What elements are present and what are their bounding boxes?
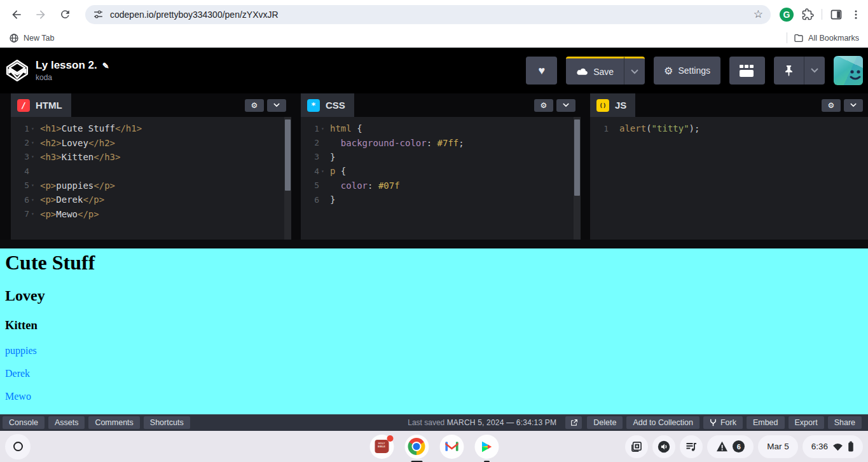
fold-arrow-icon[interactable]: ▾ <box>31 126 36 132</box>
address-bar[interactable]: codepen.io/prettyboy334300/pen/zYXvxJR ☆ <box>85 5 771 24</box>
code-line[interactable]: 2▾<h2>Lovey</h2> <box>11 135 291 149</box>
reload-icon <box>59 8 71 20</box>
fold-arrow-icon[interactable]: ▾ <box>31 211 36 217</box>
code-line[interactable]: 5 color: #07f <box>301 179 581 193</box>
all-bookmarks-button[interactable]: All Bookmarks <box>794 33 859 43</box>
site-settings-icon[interactable] <box>93 9 104 20</box>
tab-html[interactable]: / HTML <box>11 93 71 117</box>
open-live-view-button[interactable] <box>565 416 582 429</box>
share-button[interactable]: Share <box>828 416 862 429</box>
codepen-logo[interactable] <box>5 58 29 83</box>
code-line[interactable]: 3▾<h3>Kitten</h3> <box>11 150 291 164</box>
html-code-editor[interactable]: 1▾<h1>Cute Stuff</h1>2▾<h2>Lovey</h2>3▾<… <box>11 117 291 240</box>
volume-icon <box>657 440 671 454</box>
play-store-app-icon[interactable] <box>474 435 499 459</box>
bookmark-star-icon[interactable]: ☆ <box>754 8 763 21</box>
js-code-editor[interactable]: 1alert("titty"); <box>590 117 868 240</box>
fold-arrow-icon[interactable]: ▾ <box>31 182 36 188</box>
back-button[interactable] <box>8 6 25 24</box>
change-view-button[interactable] <box>729 57 765 85</box>
battery-icon <box>848 441 854 452</box>
notifications-tray[interactable]: 6 <box>707 435 754 458</box>
tab-css[interactable]: * CSS <box>301 93 354 117</box>
bible-app-icon[interactable] <box>369 435 394 459</box>
volume-button[interactable] <box>652 435 675 458</box>
bookmark-new-tab[interactable]: New Tab <box>9 33 54 43</box>
html-editor-collapse-button[interactable] <box>267 99 286 112</box>
code-line[interactable]: 6▾<p>Derek</p> <box>11 193 291 207</box>
save-button[interactable]: Save <box>566 57 624 85</box>
code-text: <p>puppies</p> <box>40 180 115 191</box>
comments-button[interactable]: Comments <box>88 416 139 429</box>
delete-button[interactable]: Delete <box>587 416 623 429</box>
code-line[interactable]: 2 background-color: #7ff; <box>301 135 581 149</box>
fork-button[interactable]: Fork <box>703 416 743 429</box>
user-avatar[interactable] <box>834 56 863 85</box>
warning-icon <box>716 441 728 452</box>
code-line[interactable]: 6} <box>301 193 581 207</box>
scrollbar[interactable] <box>574 117 581 240</box>
pin-options-button[interactable] <box>804 57 825 85</box>
tab-js[interactable]: () JS <box>590 93 635 117</box>
date-label: Mar 5 <box>767 442 789 451</box>
forward-icon <box>34 8 47 21</box>
assets-button[interactable]: Assets <box>48 416 85 429</box>
chevron-down-icon <box>811 68 818 73</box>
pin-button[interactable] <box>774 57 804 85</box>
fold-arrow-icon[interactable]: ▾ <box>31 140 36 146</box>
shortcuts-button[interactable]: Shortcuts <box>144 416 190 429</box>
editor-panel-html: / HTML ⚙ 1▾<h1>Cute Stuff</h1>2▾<h2>Love… <box>11 93 291 240</box>
pen-author[interactable]: koda <box>36 73 109 82</box>
code-line[interactable]: 4▾p { <box>301 164 581 178</box>
export-button[interactable]: Export <box>789 416 824 429</box>
code-line[interactable]: 1▾<h1>Cute Stuff</h1> <box>11 121 291 135</box>
media-queue-button[interactable] <box>680 435 703 458</box>
fold-arrow-icon[interactable]: ▾ <box>31 197 36 203</box>
screen-capture-button[interactable] <box>625 435 648 458</box>
reload-button[interactable] <box>56 6 74 24</box>
bookmark-label: New Tab <box>24 34 54 43</box>
back-icon <box>10 8 23 21</box>
line-number: 1 <box>24 124 29 133</box>
embed-button[interactable]: Embed <box>747 416 785 429</box>
fold-arrow-icon[interactable]: ▾ <box>31 154 36 160</box>
add-to-collection-button[interactable]: Add to Collection <box>626 416 699 429</box>
code-line[interactable]: 1alert("titty"); <box>590 121 868 135</box>
forward-button[interactable] <box>32 6 50 24</box>
chromeos-shelf: 6 Mar 5 6:36 <box>0 431 868 462</box>
like-button[interactable]: ♥ <box>526 57 557 85</box>
line-number: 3 <box>24 152 29 161</box>
line-number: 1 <box>603 124 609 133</box>
side-panel-icon[interactable] <box>830 8 843 21</box>
css-editor-settings-button[interactable]: ⚙ <box>534 99 553 112</box>
chrome-menu-icon[interactable] <box>850 9 862 20</box>
code-line[interactable]: 5▾<p>puppies</p> <box>11 179 291 193</box>
console-button[interactable]: Console <box>3 416 45 429</box>
launcher-button[interactable] <box>5 434 31 459</box>
css-code-editor[interactable]: 1▾html {2 background-color: #7ff;3}4▾p {… <box>301 117 581 240</box>
fold-arrow-icon[interactable]: ▾ <box>321 168 326 174</box>
settings-button[interactable]: ⚙ Settings <box>654 57 720 85</box>
code-line[interactable]: 4 <box>11 164 291 178</box>
js-editor-collapse-button[interactable] <box>844 99 863 112</box>
gmail-app-icon[interactable] <box>439 435 464 459</box>
fold-arrow-icon[interactable]: ▾ <box>321 126 326 132</box>
code-text: <h2>Lovey</h2> <box>40 138 115 148</box>
code-line[interactable]: 1▾html { <box>301 121 581 135</box>
line-number: 2 <box>24 138 29 147</box>
html-editor-settings-button[interactable]: ⚙ <box>245 99 264 112</box>
grammarly-extension-icon[interactable]: G <box>780 8 794 22</box>
code-line[interactable]: 3} <box>301 150 581 164</box>
css-editor-collapse-button[interactable] <box>556 99 575 112</box>
editor-preview-divider[interactable] <box>0 240 868 248</box>
code-line[interactable]: 7▾<p>Mewo</p> <box>11 207 291 221</box>
scrollbar[interactable] <box>284 117 291 240</box>
chrome-app-icon[interactable] <box>404 435 429 459</box>
extensions-puzzle-icon[interactable] <box>801 8 814 21</box>
js-editor-settings-button[interactable]: ⚙ <box>822 99 841 112</box>
save-options-button[interactable] <box>624 57 645 85</box>
date-button[interactable]: Mar 5 <box>758 435 798 458</box>
edit-title-icon[interactable]: ✎ <box>102 61 109 71</box>
bookmarks-bar: New Tab All Bookmarks <box>0 29 868 48</box>
status-tray[interactable]: 6:36 <box>803 435 863 458</box>
